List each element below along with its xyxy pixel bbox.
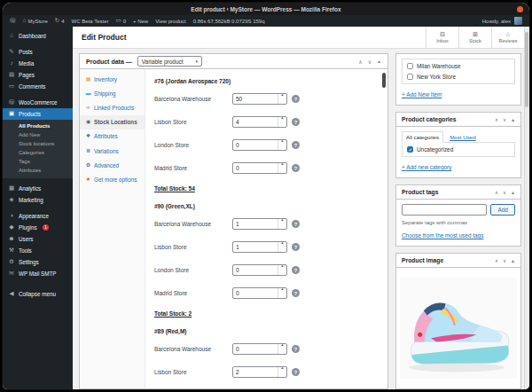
product-image-thumbnail[interactable] xyxy=(396,268,520,388)
step-down-icon[interactable] xyxy=(281,145,283,152)
wc-beta-tester-menu[interactable]: WC Beta Tester xyxy=(72,19,109,24)
activity-tab-reviews[interactable]: ☆ Reviews xyxy=(491,27,524,48)
sidebar-item-pages[interactable]: ▤ Pages xyxy=(3,69,73,81)
number-stepper[interactable] xyxy=(278,219,286,229)
query-monitor-stats[interactable]: 0.86s 67,562kB 0.0729S 159q xyxy=(193,19,265,24)
step-down-icon[interactable] xyxy=(281,349,283,356)
sidebar-item-marketing[interactable]: ◈ Marketing xyxy=(3,194,73,206)
page-scrollbar[interactable] xyxy=(524,27,529,389)
stock-quantity-input[interactable] xyxy=(232,162,287,174)
help-icon[interactable]: ? xyxy=(292,164,300,172)
sidebar-item-wp-mail-smtp[interactable]: ✉ WP Mail SMTP xyxy=(3,268,73,279)
sidebar-item-media[interactable]: ♪ Media xyxy=(3,58,73,69)
categories-panel-header[interactable]: Product categories xyxy=(396,113,520,127)
stock-quantity-input[interactable] xyxy=(232,366,287,378)
submenu-attributes[interactable]: Attributes xyxy=(3,166,73,175)
sidebar-item-analytics[interactable]: ▦ Analytics xyxy=(3,183,73,194)
toggle-panel-icon[interactable] xyxy=(511,258,515,263)
tab-all-categories[interactable]: All categories xyxy=(402,131,443,143)
sidebar-item-products[interactable]: ▣ Products xyxy=(3,108,73,120)
number-stepper[interactable] xyxy=(278,265,286,275)
tab-advanced[interactable]: ⚙ Advanced xyxy=(80,158,145,172)
stock-quantity-input[interactable] xyxy=(232,343,287,355)
stock-quantity-input[interactable] xyxy=(232,287,287,299)
collapse-menu-button[interactable]: ◀ Collapse menu xyxy=(3,288,73,300)
number-stepper[interactable] xyxy=(278,344,286,354)
move-down-icon[interactable] xyxy=(503,117,506,122)
number-stepper[interactable] xyxy=(278,94,286,104)
view-product-link[interactable]: View product xyxy=(155,19,186,24)
help-icon[interactable]: ? xyxy=(292,243,300,251)
number-stepper[interactable] xyxy=(278,140,286,150)
stock-quantity-field[interactable] xyxy=(233,163,278,173)
tags-input[interactable] xyxy=(402,204,487,216)
step-down-icon[interactable] xyxy=(281,99,283,106)
close-button[interactable] xyxy=(517,6,523,12)
avatar[interactable] xyxy=(514,17,522,25)
tab-stock-locations[interactable]: ◉ Stock Locations xyxy=(80,115,145,129)
toggle-panel-icon[interactable] xyxy=(511,190,515,195)
stock-quantity-field[interactable] xyxy=(233,242,278,252)
help-icon[interactable]: ? xyxy=(292,95,300,103)
location-option[interactable]: Milan Warehouse xyxy=(407,63,510,69)
submenu-all-products[interactable]: All Products xyxy=(3,122,73,130)
stock-quantity-field[interactable] xyxy=(233,94,278,104)
submenu-add-new[interactable]: Add New xyxy=(3,130,73,139)
help-icon[interactable]: ? xyxy=(292,266,300,274)
stock-quantity-field[interactable] xyxy=(233,265,278,275)
tags-panel-header[interactable]: Product tags xyxy=(396,185,520,200)
number-stepper[interactable] xyxy=(278,367,286,377)
stock-quantity-field[interactable] xyxy=(233,140,278,150)
image-panel-header[interactable]: Product image xyxy=(396,254,520,268)
updates-menu[interactable]: ↻ 4 xyxy=(55,18,65,24)
comments-menu[interactable]: ▭ 0 xyxy=(115,18,126,24)
number-stepper[interactable] xyxy=(278,288,286,298)
howdy-account-menu[interactable]: Howdy, alex xyxy=(482,19,511,24)
stock-quantity-input[interactable] xyxy=(232,139,287,151)
stock-quantity-input[interactable] xyxy=(232,218,287,230)
checkbox-checked[interactable] xyxy=(407,146,413,153)
sidebar-item-comments[interactable]: ▭ Comments xyxy=(3,81,73,92)
add-tag-button[interactable]: Add xyxy=(490,204,515,216)
panel-scrollbar-thumb[interactable] xyxy=(382,73,386,88)
submenu-stock-locations[interactable]: Stock locations xyxy=(3,139,73,148)
sidebar-item-tools[interactable]: ⚒ Tools xyxy=(3,245,73,256)
sidebar-item-users[interactable]: ☻ Users xyxy=(3,233,73,245)
add-new-category-link[interactable]: + Add new category xyxy=(402,164,451,170)
step-down-icon[interactable] xyxy=(281,270,283,277)
stock-quantity-field[interactable] xyxy=(233,367,278,377)
toggle-panel-icon[interactable] xyxy=(511,117,515,122)
add-new-item-link[interactable]: + Add New Item xyxy=(402,91,442,98)
category-option[interactable]: Uncategorized xyxy=(407,146,510,153)
step-down-icon[interactable] xyxy=(281,224,283,231)
toggle-panel-icon[interactable] xyxy=(377,59,381,64)
new-content-menu[interactable]: + New xyxy=(133,19,148,24)
number-stepper[interactable] xyxy=(278,163,286,173)
tab-inventory[interactable]: ▦ Inventory xyxy=(80,72,145,86)
stock-quantity-input[interactable] xyxy=(232,241,287,253)
stock-quantity-input[interactable] xyxy=(232,116,287,128)
stock-quantity-field[interactable] xyxy=(233,117,278,127)
stock-quantity-field[interactable] xyxy=(233,219,278,229)
step-down-icon[interactable] xyxy=(281,122,283,129)
help-icon[interactable]: ? xyxy=(292,289,300,297)
help-icon[interactable]: ? xyxy=(292,368,300,376)
tab-variations[interactable]: ≣ Variations xyxy=(80,144,145,158)
number-stepper[interactable] xyxy=(278,242,286,252)
activity-tab-inbox[interactable]: ⊟ Inbox xyxy=(426,27,458,48)
help-icon[interactable]: ? xyxy=(292,118,300,126)
step-down-icon[interactable] xyxy=(281,169,283,175)
move-up-icon[interactable] xyxy=(358,59,362,65)
help-icon[interactable]: ? xyxy=(292,141,300,149)
checkbox-unchecked[interactable] xyxy=(407,63,413,69)
stock-quantity-input[interactable] xyxy=(232,93,287,105)
move-up-icon[interactable] xyxy=(495,258,498,263)
step-down-icon[interactable] xyxy=(281,372,283,379)
submenu-categories[interactable]: Categories xyxy=(3,148,73,157)
checkbox-unchecked[interactable] xyxy=(407,74,413,80)
stock-quantity-field[interactable] xyxy=(233,344,278,354)
help-icon[interactable]: ? xyxy=(292,220,300,228)
most-used-tags-link[interactable]: Choose from the most used tags xyxy=(402,232,483,239)
move-down-icon[interactable] xyxy=(503,258,506,263)
sidebar-item-dashboard[interactable]: ⌂ Dashboard xyxy=(3,30,73,42)
